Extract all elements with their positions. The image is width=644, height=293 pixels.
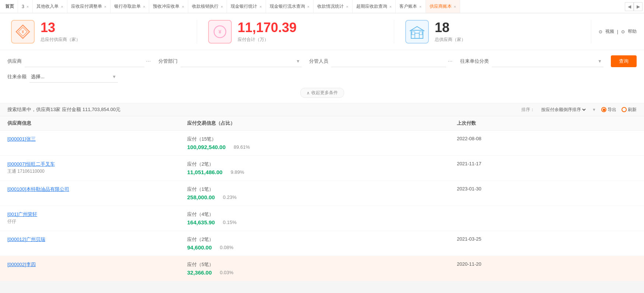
refresh-label: 刷新 xyxy=(628,107,637,113)
category-chevron-icon: ▼ xyxy=(598,59,602,64)
trans-inline-1: 11,051,486.00 9.89% xyxy=(187,169,457,175)
nav-tab-charge-stats[interactable]: 收款情况统计 × xyxy=(314,0,352,13)
help-link[interactable]: 帮助 xyxy=(628,28,637,35)
person-input[interactable] xyxy=(331,55,446,67)
nav-tab-3[interactable]: 3 × xyxy=(18,0,33,13)
refresh-radio-icon xyxy=(622,107,627,112)
collapse-label: 收起更多条件 xyxy=(311,90,338,96)
table-header: 供应商信息 应付交易信息（占比） 上次付数 xyxy=(0,116,644,131)
nav-tab-3-close[interactable]: × xyxy=(27,4,29,9)
nav-tab-payable-adjust-close[interactable]: × xyxy=(104,4,106,9)
supplier-link-2[interactable]: [000100]本特勒油品有限公司 xyxy=(7,186,69,192)
nav-tab-advance-charge[interactable]: 预收冲应收单 × xyxy=(149,0,188,13)
video-link[interactable]: 视频 xyxy=(605,28,614,35)
stat-text-payable-total: 11,170.39 应付合计（万） xyxy=(238,20,297,43)
filter-item-supplier: 供应商 ··· xyxy=(7,55,151,67)
trans-inline-3: 164,635.90 0.15% xyxy=(187,219,457,225)
supplier-name-1: 恒旺二手叉车 xyxy=(26,161,55,167)
nav-tab-supplier-account[interactable]: 供应商账本 × xyxy=(426,0,460,13)
supplier-input[interactable] xyxy=(25,55,144,67)
results-bar: 搜索结果中，供应商13家 应付金额 111,703,854.00元 排序： 按应… xyxy=(0,103,644,116)
supplier-name-0: 张三 xyxy=(26,136,36,142)
balance-select[interactable]: 选择... xyxy=(29,71,112,82)
supplier-link-4[interactable]: [000012]广州贝瑞 xyxy=(7,237,45,242)
person-dots-icon[interactable]: ··· xyxy=(448,58,452,65)
nav-tab-cash-bank-flow-close[interactable]: × xyxy=(307,4,309,9)
nav-tab-home[interactable]: 首页 xyxy=(1,0,18,13)
sort-select[interactable]: 按应付余额倒序排序 xyxy=(540,107,587,113)
trans-amount-3[interactable]: 164,635.90 xyxy=(187,219,215,225)
nav-tab-cash-bank-flow[interactable]: 现金银行流水查询 × xyxy=(266,0,314,13)
nav-tab-cash-bank-stats[interactable]: 现金银行统计 × xyxy=(227,0,266,13)
store-icon xyxy=(409,24,425,39)
nav-tab-bank-deposit[interactable]: 银行存取款单 × xyxy=(111,0,149,13)
balance-select-wrap: 选择... ▼ xyxy=(29,71,118,83)
svg-text:¥: ¥ xyxy=(218,29,221,35)
data-table: 供应商信息 应付交易信息（占比） 上次付数 [000001]张三 应付（15笔）… xyxy=(0,116,644,281)
nav-tab-charge-verify-close[interactable]: × xyxy=(221,4,223,9)
table-row: [000012]广州贝瑞 应付（2笔） 94,600.00 0.08% 2021… xyxy=(0,231,644,256)
stat-item-payable-suppliers: ¥ 13 总应付供应商（家） xyxy=(7,20,197,44)
diamond-icon: ¥ xyxy=(15,24,30,39)
trans-amount-5[interactable]: 32,366.00 xyxy=(187,269,212,276)
query-button[interactable]: 查询 xyxy=(611,55,637,67)
nav-tab-charge-verify-label: 收款核销执行 xyxy=(192,3,218,10)
row-trans-1: 应付（2笔） 11,051,486.00 9.89% xyxy=(187,161,457,175)
nav-tab-payable-adjust[interactable]: 应收应付调整单 × xyxy=(67,0,111,13)
table-row: [000002]李四 应付（5笔） 32,366.00 0.03% 2020-1… xyxy=(0,256,644,281)
nav-tab-other-income-close[interactable]: × xyxy=(61,4,63,9)
supplier-link-0[interactable]: [000001]张三 xyxy=(7,136,36,142)
supplier-dots-icon[interactable]: ··· xyxy=(146,58,151,65)
nav-tab-overdue-charge-close[interactable]: × xyxy=(389,4,392,9)
nav-arrow-left[interactable]: ◀ xyxy=(625,2,634,11)
department-select[interactable] xyxy=(181,55,296,67)
stats-bar: ¥ 13 总应付供应商（家） ¥ 11,170.39 应付合计（万） xyxy=(0,13,644,50)
collapse-button[interactable]: ∧ 收起更多条件 xyxy=(300,88,344,98)
category-select[interactable] xyxy=(492,55,598,67)
nav-tab-customer-account-close[interactable]: × xyxy=(419,4,421,9)
row-supplier-2: [000100]本特勒油品有限公司 xyxy=(7,186,187,193)
stat-icon-payable-total: ¥ xyxy=(208,20,232,44)
nav-tab-other-income[interactable]: 其他收入单 × xyxy=(33,0,67,13)
nav-tab-overdue-charge[interactable]: 超期应收款查询 × xyxy=(353,0,396,13)
nav-tab-cash-bank-stats-close[interactable]: × xyxy=(259,4,262,9)
trans-amount-4[interactable]: 94,600.00 xyxy=(187,244,212,251)
filter-item-department: 分管部门 ▼ xyxy=(158,55,302,67)
stat-item-payable-total: ¥ 11,170.39 应付合计（万） xyxy=(197,20,394,44)
svg-rect-8 xyxy=(412,32,415,35)
row-supplier-3: [001]广州荣轩 仔仔 xyxy=(7,211,187,225)
stat-number-total-suppliers: 18 xyxy=(435,20,466,35)
nav-tab-charge-stats-close[interactable]: × xyxy=(346,4,348,9)
row-trans-4: 应付（2笔） 94,600.00 0.08% xyxy=(187,236,457,251)
nav-tab-overdue-charge-label: 超期应收款查询 xyxy=(356,3,387,10)
trans-amount-0[interactable]: 100,092,540.00 xyxy=(187,144,225,150)
supplier-code-0: [000001] xyxy=(7,136,26,142)
stat-icon-total-suppliers xyxy=(405,20,429,44)
nav-arrow-right[interactable]: ▶ xyxy=(634,2,643,11)
supplier-link-5[interactable]: [000002]李四 xyxy=(7,262,36,267)
nav-tab-bank-deposit-close[interactable]: × xyxy=(143,4,145,9)
trans-label-2: 应付（1笔） xyxy=(187,186,457,193)
trans-percent-2: 0.23% xyxy=(223,194,237,200)
top-right-links: ⊙ 视频 | ⊙ 帮助 xyxy=(591,28,637,35)
nav-tab-advance-charge-close[interactable]: × xyxy=(182,4,184,9)
nav-tab-customer-account[interactable]: 客户账本 × xyxy=(396,0,426,13)
table-row: [001]广州荣轩 仔仔 应付（4笔） 164,635.90 0.15% xyxy=(0,206,644,231)
department-chevron-icon: ▼ xyxy=(296,59,300,64)
nav-tab-charge-stats-label: 收款情况统计 xyxy=(317,3,344,10)
filter-item-balance: 往来余额 选择... ▼ xyxy=(7,71,118,83)
export-link[interactable]: 导出 xyxy=(601,107,616,113)
nav-tab-advance-charge-label: 预收冲应收单 xyxy=(153,3,179,10)
nav-tab-supplier-account-close[interactable]: × xyxy=(454,4,456,9)
coin-icon: ¥ xyxy=(213,24,227,39)
refresh-link[interactable]: 刷新 xyxy=(622,107,637,113)
supplier-link-1[interactable]: [000007]恒旺二手叉车 xyxy=(7,161,55,167)
filter-label-person: 分管人员 xyxy=(309,58,328,65)
nav-tab-charge-verify[interactable]: 收款核销执行 × xyxy=(188,0,227,13)
trans-percent-3: 0.15% xyxy=(223,220,237,225)
stat-icon-payable-suppliers: ¥ xyxy=(11,20,35,44)
trans-amount-1[interactable]: 11,051,486.00 xyxy=(187,169,223,175)
supplier-link-3[interactable]: [001]广州荣轩 xyxy=(7,211,37,217)
trans-amount-2[interactable]: 258,000.00 xyxy=(187,194,215,200)
collapse-up-icon: ∧ xyxy=(307,90,310,96)
